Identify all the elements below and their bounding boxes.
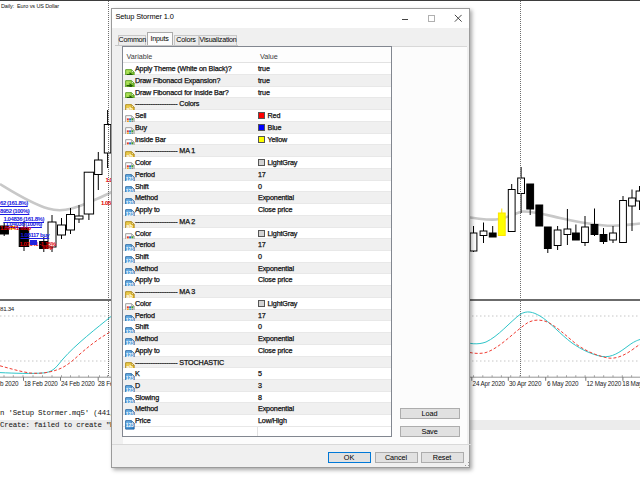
svg-text:123: 123 bbox=[126, 424, 134, 429]
